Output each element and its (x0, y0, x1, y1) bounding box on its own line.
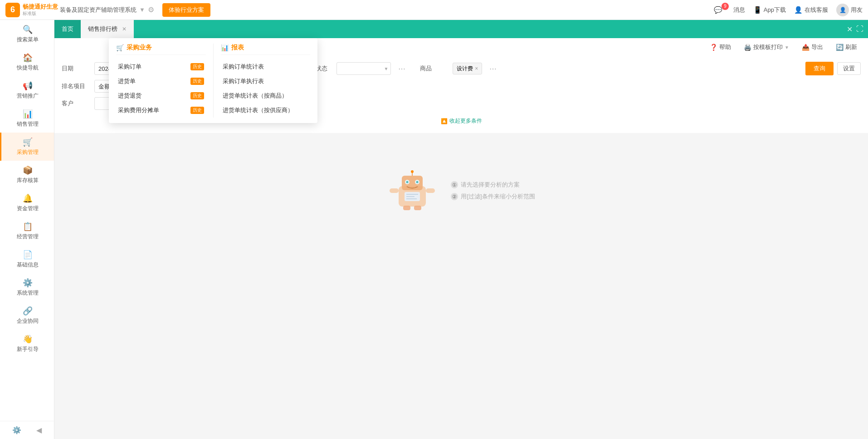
sidebar-item-purchase[interactable]: 🛒 采购管理 (0, 133, 54, 161)
sidebar-label-basic-info: 基础信息 (17, 261, 39, 269)
sidebar-label-operation: 经营管理 (17, 233, 39, 241)
phone-icon: 📱 (753, 6, 762, 14)
tab-home[interactable]: 首页 (54, 20, 81, 38)
sidebar-item-cooperation[interactable]: 🔗 企业协同 (0, 301, 54, 330)
goods-tag: 设计费 × (453, 63, 482, 74)
purchase-order-exec-label: 采购订单执行表 (223, 77, 309, 85)
tab-close-icon[interactable]: ✕ (122, 26, 127, 32)
help-icon: ❓ (710, 44, 717, 51)
purchase-order-stats-label: 采购订单统计表 (223, 63, 309, 71)
experience-btn[interactable]: 体验行业方案 (162, 3, 210, 17)
online-service-btn[interactable]: 👤 在线客服 (794, 6, 828, 14)
tab-bar-actions: ✕ ⛶ (847, 25, 868, 34)
main-layout: 🔍 搜索菜单 🏠 快捷导航 📢 营销推广 📊 销售管理 🛒 采购管理 📦 库存核… (0, 20, 868, 439)
purchase-business-col-icon: 🛒 (116, 44, 124, 51)
rank-by-label: 排名项目 (62, 82, 89, 90)
print-btn[interactable]: 🖨️ 按模板打印 ▼ (740, 42, 793, 53)
dropdown-item-purchase-expense[interactable]: 采购费用分摊单 历史 (116, 103, 206, 118)
header-system-name: 装备及固定资产辅助管理系统 ▼ ⚙ 体验行业方案 (60, 3, 714, 17)
tab-close-all-icon[interactable]: ✕ (847, 25, 853, 34)
refresh-icon: 🔄 (836, 44, 844, 51)
newbie-icon: 👋 (23, 334, 33, 344)
sidebar-label-cooperation: 企业协同 (17, 317, 39, 325)
sidebar-item-search[interactable]: 🔍 搜索菜单 (0, 20, 54, 48)
report-col: 📊 报表 采购订单统计表 采购订单执行表 进货单统计表（按商品） 进货单统计表（… (213, 44, 318, 118)
dropdown-item-purchase-order-exec[interactable]: 采购订单执行表 (221, 74, 311, 89)
svg-point-5 (416, 181, 419, 183)
sidebar-label-purchase: 采购管理 (17, 148, 39, 156)
logo-main: 畅捷通好生意 (23, 3, 58, 11)
goods-tag-close[interactable]: × (475, 65, 478, 72)
collapse-label: 收起更多条件 (449, 117, 482, 125)
tab-fullscreen-icon[interactable]: ⛶ (856, 25, 863, 33)
purchase-order-history-badge: 历史 (190, 63, 204, 70)
message-btn[interactable]: 💬 9 消息 (714, 6, 745, 14)
purchase-dropdown-menu: 🛒 采购业务 采购订单 历史 进货单 历史 进货退货 历史 采购费用分摊单 (109, 38, 317, 123)
sidebar-label-newbie: 新手引导 (17, 345, 39, 353)
user-btn[interactable]: 👤 用友 (836, 4, 863, 16)
home-icon: 🏠 (23, 53, 33, 63)
logo-area: 6 畅捷通好生意 标准版 (5, 3, 60, 17)
svg-rect-8 (390, 188, 399, 193)
avatar: 👤 (836, 4, 849, 16)
goods-receipt-label: 进货单 (118, 77, 187, 85)
dropdown-item-purchase-order[interactable]: 采购订单 历史 (116, 59, 206, 74)
dropdown-item-goods-stats-by-product[interactable]: 进货单统计表（按商品） (221, 89, 311, 103)
basic-info-icon: 📄 (23, 250, 33, 260)
sidebar-item-sales[interactable]: 📊 销售管理 (0, 104, 54, 133)
dropdown-arrow-icon[interactable]: ▼ (139, 6, 145, 13)
hint-text-2: 用[过滤]条件来缩小分析范围 (461, 192, 535, 201)
logo-text: 畅捷通好生意 标准版 (23, 3, 58, 17)
svg-point-4 (406, 181, 409, 183)
hint-num-2: ② (451, 193, 458, 200)
hint-text-1: 请先选择要分析的方案 (461, 181, 520, 189)
system-icon: ⚙️ (23, 278, 33, 288)
footer-settings-icon[interactable]: ⚙️ (12, 426, 21, 434)
sidebar-item-marketing[interactable]: 📢 营销推广 (0, 76, 54, 104)
app-download-btn[interactable]: 📱 App下载 (753, 6, 786, 14)
dropdown-item-goods-receipt[interactable]: 进货单 历史 (116, 74, 206, 89)
sidebar-item-system[interactable]: ⚙️ 系统管理 (0, 273, 54, 301)
header-right: 💬 9 消息 📱 App下载 👤 在线客服 👤 用友 (714, 4, 863, 16)
purchase-business-title: 采购业务 (127, 44, 152, 52)
help-btn[interactable]: ❓ 帮助 (706, 42, 735, 53)
settings-button[interactable]: 设置 (837, 62, 861, 75)
dropdown-item-goods-stats-by-supplier[interactable]: 进货单统计表（按供应商） (221, 103, 311, 118)
doc-status-select[interactable] (336, 62, 391, 75)
svg-point-7 (411, 170, 414, 173)
goods-label: 商品 (420, 64, 447, 73)
empty-hint-1: ① 请先选择要分析的方案 (451, 181, 520, 189)
dropdown-item-goods-return[interactable]: 进货退货 历史 (116, 89, 206, 103)
system-name-text: 装备及固定资产辅助管理系统 (60, 6, 137, 14)
sidebar-item-newbie[interactable]: 👋 新手引导 (0, 330, 54, 358)
sidebar: 🔍 搜索菜单 🏠 快捷导航 📢 营销推广 📊 销售管理 🛒 采购管理 📦 库存核… (0, 20, 54, 439)
settings-icon[interactable]: ⚙ (148, 5, 154, 14)
export-btn[interactable]: 📤 导出 (798, 42, 827, 53)
goods-dots[interactable]: ⋯ (489, 64, 497, 73)
empty-state: ① 请先选择要分析的方案 ② 用[过滤]条件来缩小分析范围 (54, 134, 868, 247)
purchase-expense-history-badge: 历史 (190, 107, 204, 114)
refresh-btn[interactable]: 🔄 刷新 (832, 42, 861, 53)
query-button[interactable]: 查询 (805, 62, 834, 75)
doc-status-select-wrapper: ▼ (336, 62, 391, 75)
print-arrow-icon: ▼ (785, 45, 789, 50)
footer-collapse-icon[interactable]: ◀ (36, 426, 42, 434)
goods-stats-by-supplier-label: 进货单统计表（按供应商） (223, 106, 309, 114)
sidebar-item-inventory[interactable]: 📦 库存核算 (0, 161, 54, 189)
sidebar-item-operation[interactable]: 📋 经营管理 (0, 217, 54, 245)
report-header: 📊 报表 (221, 44, 311, 55)
operation-icon: 📋 (23, 222, 33, 232)
purchase-order-label: 采购订单 (118, 63, 187, 71)
doc-status-dots[interactable]: ⋯ (398, 64, 405, 73)
robot-svg (387, 170, 437, 211)
tab-bar: 首页 销售排行榜 ✕ ✕ ⛶ (54, 20, 868, 38)
sidebar-item-quick-nav[interactable]: 🏠 快捷导航 (0, 48, 54, 76)
marketing-icon: 📢 (23, 81, 33, 91)
logo-sub: 标准版 (23, 10, 58, 16)
collapse-arrow-icon: 🔼 (441, 118, 448, 124)
dropdown-item-purchase-order-stats[interactable]: 采购订单统计表 (221, 59, 311, 74)
sidebar-item-basic-info[interactable]: 📄 基础信息 (0, 245, 54, 273)
sidebar-item-finance[interactable]: 🔔 资金管理 (0, 189, 54, 217)
logo-icon: 6 (5, 3, 20, 17)
tab-sales-ranking[interactable]: 销售排行榜 ✕ (81, 20, 134, 38)
